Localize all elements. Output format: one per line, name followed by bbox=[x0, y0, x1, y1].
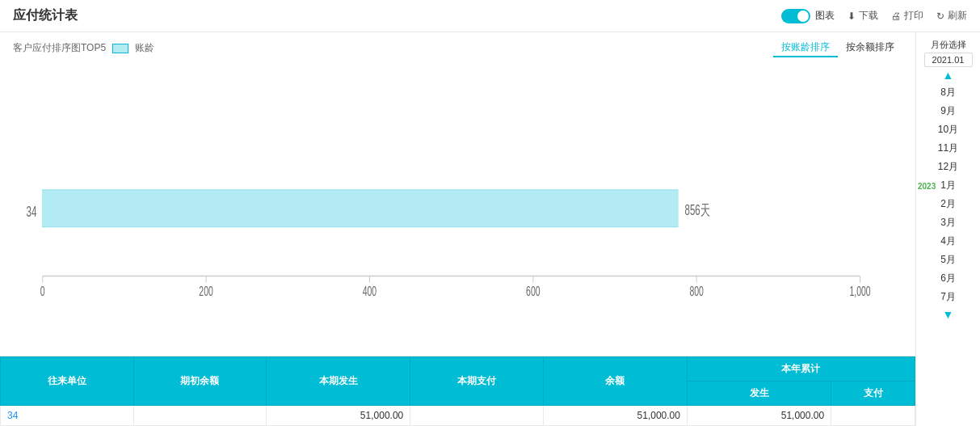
svg-text:1,000: 1,000 bbox=[849, 285, 870, 299]
legend-label: 账龄 bbox=[135, 41, 154, 55]
sidebar-title: 月份选择 bbox=[931, 36, 966, 53]
legend-text: 客户应付排序图TOP5 bbox=[13, 41, 106, 55]
chart-toggle[interactable]: 图表 bbox=[781, 9, 835, 23]
chart-label: 图表 bbox=[815, 9, 835, 23]
col-ytd-header: 本年累计 bbox=[687, 357, 915, 382]
print-button[interactable]: 🖨 打印 bbox=[891, 9, 923, 23]
col-balance-header: 余额 bbox=[543, 357, 687, 406]
right-sidebar: 月份选择 ▲ 8月 9月 10月 11月 12月 2023 1月 2月 3月 4… bbox=[915, 32, 980, 426]
svg-text:200: 200 bbox=[199, 285, 213, 299]
month-item-11[interactable]: 11月 bbox=[916, 139, 980, 158]
print-icon: 🖨 bbox=[891, 11, 901, 22]
chart-legend: 客户应付排序图TOP5 账龄 bbox=[13, 41, 154, 55]
refresh-label: 刷新 bbox=[948, 9, 967, 23]
chart-sort-buttons: 按账龄排序 按余额排序 bbox=[773, 39, 902, 57]
svg-text:600: 600 bbox=[526, 285, 540, 299]
download-button[interactable]: ⬇ 下载 bbox=[848, 9, 878, 23]
col-unit-header: 往来单位 bbox=[1, 357, 134, 406]
month-item-10[interactable]: 10月 bbox=[916, 120, 980, 139]
nav-up-arrow[interactable]: ▲ bbox=[940, 67, 957, 83]
chart-header: 客户应付排序图TOP5 账龄 按账龄排序 按余额排序 bbox=[0, 32, 915, 64]
col-current-pay-header: 本期支付 bbox=[410, 357, 544, 406]
toggle-track[interactable] bbox=[781, 9, 810, 23]
current-occur-cell: 51,000.00 bbox=[267, 406, 410, 426]
svg-text:856天: 856天 bbox=[685, 201, 710, 217]
col-ytd-occur-header: 发生 bbox=[687, 382, 831, 406]
table-area: 往来单位 期初余额 本期发生 本期支付 余额 本年累计 发生 支付 bbox=[0, 356, 915, 426]
opening-balance-cell bbox=[133, 406, 267, 426]
svg-text:0: 0 bbox=[40, 285, 45, 299]
header-actions: 图表 ⬇ 下载 🖨 打印 ↻ 刷新 bbox=[781, 9, 967, 23]
unit-link[interactable]: 34 bbox=[7, 410, 18, 421]
current-pay-cell bbox=[410, 406, 544, 426]
month-item-9[interactable]: 9月 bbox=[916, 102, 980, 120]
balance-cell: 51,000.00 bbox=[543, 406, 687, 426]
month-item-8[interactable]: 8月 bbox=[916, 83, 980, 102]
refresh-icon: ↻ bbox=[936, 11, 944, 22]
page-title: 应付统计表 bbox=[13, 7, 78, 24]
unit-cell: 34 bbox=[1, 406, 134, 426]
print-label: 打印 bbox=[904, 9, 923, 23]
refresh-button[interactable]: ↻ 刷新 bbox=[936, 9, 967, 23]
year-badge: 2023 bbox=[918, 181, 936, 190]
month-item-3[interactable]: 3月 bbox=[916, 213, 980, 232]
sort-by-balance-button[interactable]: 按余额排序 bbox=[838, 39, 902, 57]
col-ytd-pay-header: 支付 bbox=[831, 382, 915, 406]
month-item-5[interactable]: 5月 bbox=[916, 251, 980, 269]
table-row: 34 51,000.00 51,000.00 51,000.00 bbox=[1, 406, 915, 426]
col-opening-header: 期初余额 bbox=[133, 357, 267, 406]
month-item-1[interactable]: 2023 1月 bbox=[916, 176, 980, 195]
toggle-thumb bbox=[797, 11, 809, 22]
svg-rect-1 bbox=[43, 190, 678, 227]
svg-text:400: 400 bbox=[363, 285, 377, 299]
nav-down-arrow[interactable]: ▼ bbox=[940, 306, 957, 323]
app-container: 应付统计表 图表 ⬇ 下载 🖨 打印 ↻ 刷新 bbox=[0, 0, 980, 426]
chart-area: 客户应付排序图TOP5 账龄 按账龄排序 按余额排序 34 856天 bbox=[0, 32, 915, 426]
download-label: 下载 bbox=[859, 9, 878, 23]
download-icon: ⬇ bbox=[848, 11, 856, 22]
data-table: 往来单位 期初余额 本期发生 本期支付 余额 本年累计 发生 支付 bbox=[0, 356, 915, 426]
month-item-4[interactable]: 4月 bbox=[916, 232, 980, 251]
chart-wrapper: 34 856天 0 200 400 600 800 1,000 bbox=[0, 64, 915, 356]
main-content: 客户应付排序图TOP5 账龄 按账龄排序 按余额排序 34 856天 bbox=[0, 32, 980, 426]
month-item-6[interactable]: 6月 bbox=[916, 269, 980, 288]
chart-svg: 34 856天 0 200 400 600 800 1,000 bbox=[13, 64, 902, 356]
ytd-pay-cell bbox=[831, 406, 915, 426]
legend-box bbox=[112, 44, 128, 53]
col-current-occur-header: 本期发生 bbox=[267, 357, 410, 406]
month-item-2[interactable]: 2月 bbox=[916, 195, 980, 213]
sort-by-age-button[interactable]: 按账龄排序 bbox=[773, 39, 838, 57]
month-item-7[interactable]: 7月 bbox=[916, 288, 980, 306]
ytd-occur-cell: 51,000.00 bbox=[687, 406, 831, 426]
svg-text:34: 34 bbox=[27, 203, 37, 219]
svg-text:800: 800 bbox=[689, 285, 704, 299]
year-input[interactable] bbox=[924, 53, 973, 67]
month-item-12[interactable]: 12月 bbox=[916, 158, 980, 176]
header: 应付统计表 图表 ⬇ 下载 🖨 打印 ↻ 刷新 bbox=[0, 0, 980, 32]
